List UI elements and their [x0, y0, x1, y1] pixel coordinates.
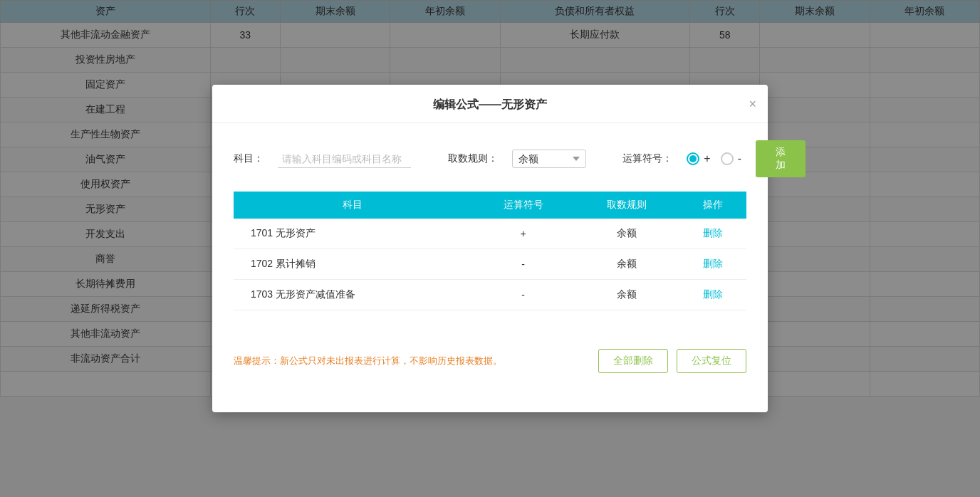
reset-formula-button[interactable]: 公式复位 [677, 349, 746, 373]
row-rule: 余额 [575, 219, 679, 249]
rule-select[interactable]: 余额借方贷方借方发生额贷方发生额 [512, 150, 586, 168]
row-subject: 1703 无形资产减值准备 [234, 280, 471, 310]
operator-plus-radio[interactable]: + [687, 152, 710, 165]
modal-dialog: 编辑公式——无形资产 × 科目： 取数规则： 余额借方贷方借方发生额贷方发生额 … [212, 85, 768, 412]
delete-row-link[interactable]: 删除 [703, 258, 723, 269]
table-row: 1701 无形资产+余额删除 [234, 219, 746, 249]
row-operator: - [471, 280, 575, 310]
subject-label: 科目： [234, 152, 264, 165]
operator-radio-group: + - [687, 152, 741, 165]
modal-title: 编辑公式——无形资产 [433, 98, 547, 110]
operator-label: 运算符号： [622, 152, 672, 165]
footer-hint: 温馨提示：新公式只对未出报表进行计算，不影响历史报表数据。 [234, 355, 502, 367]
row-subject: 1701 无形资产 [234, 219, 471, 249]
operator-minus-radio[interactable]: - [721, 152, 741, 165]
rule-label: 取数规则： [448, 152, 498, 165]
row-operator: - [471, 249, 575, 280]
formula-table: 科目运算符号取数规则操作 1701 无形资产+余额删除1702 累计摊销-余额删… [234, 192, 746, 310]
delete-row-link[interactable]: 删除 [703, 288, 723, 300]
modal-overlay: 编辑公式——无形资产 × 科目： 取数规则： 余额借方贷方借方发生额贷方发生额 … [0, 0, 980, 497]
modal-body: 科目： 取数规则： 余额借方贷方借方发生额贷方发生额 运算符号： + [212, 123, 768, 339]
delete-row-link[interactable]: 删除 [703, 227, 723, 239]
footer-buttons: 全部删除 公式复位 [598, 349, 746, 373]
page-wrapper: 资产行次期末余额年初余额负债和所有者权益行次期末余额年初余额 其他非流动金融资产… [0, 0, 980, 497]
row-operator: + [471, 219, 575, 249]
delete-all-button[interactable]: 全部删除 [598, 349, 668, 373]
modal-header: 编辑公式——无形资产 × [212, 85, 768, 123]
row-rule: 余额 [575, 249, 679, 280]
radio-circle-plus [687, 152, 699, 165]
form-row: 科目： 取数规则： 余额借方贷方借方发生额贷方发生额 运算符号： + [234, 140, 746, 177]
rule-select-wrapper: 余额借方贷方借方发生额贷方发生额 [512, 150, 586, 168]
table-row: 1702 累计摊销-余额删除 [234, 249, 746, 280]
modal-footer: 温馨提示：新公式只对未出报表进行计算，不影响历史报表数据。 全部删除 公式复位 [212, 339, 768, 387]
subject-input[interactable] [278, 150, 411, 168]
row-subject: 1702 累计摊销 [234, 249, 471, 280]
modal-close-button[interactable]: × [749, 98, 756, 110]
radio-circle-minus [721, 152, 734, 165]
table-row: 1703 无形资产减值准备-余额删除 [234, 280, 746, 310]
add-button[interactable]: 添加 [756, 140, 806, 177]
row-rule: 余额 [575, 280, 679, 310]
